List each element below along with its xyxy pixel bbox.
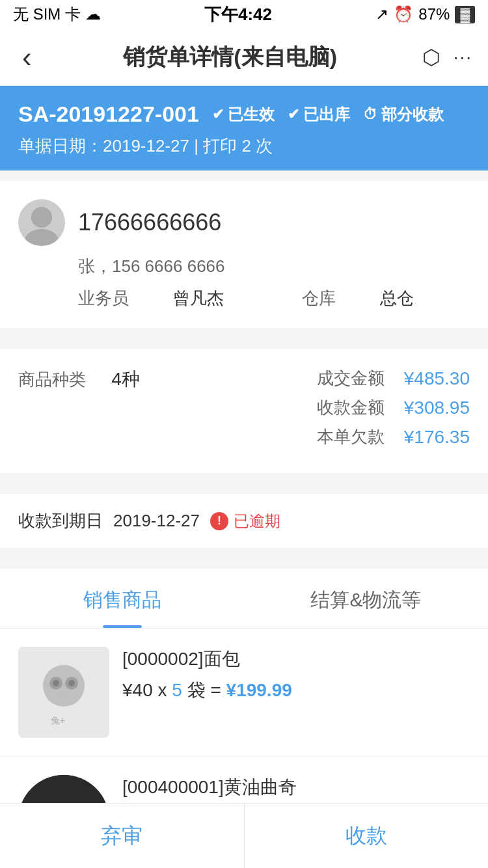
quantity-1: 5 bbox=[172, 680, 182, 700]
stats-left: 商品种类 4种 bbox=[18, 367, 140, 397]
svg-point-6 bbox=[53, 680, 59, 686]
product-name-2: [000400001]黄油曲奇 bbox=[122, 775, 470, 800]
avatar bbox=[18, 199, 65, 246]
divider-2 bbox=[0, 338, 488, 349]
total-1: ¥199.99 bbox=[226, 680, 292, 700]
amount-row: 成交金额 ¥485.30 bbox=[317, 367, 470, 390]
svg-point-0 bbox=[31, 207, 52, 228]
status-left: 无 SIM 卡 ☁ bbox=[13, 4, 101, 25]
stats-section: 商品种类 4种 成交金额 ¥485.30 收款金额 ¥308.95 本单欠款 ¥… bbox=[0, 349, 488, 473]
back-button[interactable]: ‹ bbox=[16, 34, 38, 80]
product-thumb-1: 兔+ bbox=[18, 647, 109, 738]
tabs-row: 销售商品 结算&物流等 bbox=[0, 569, 488, 629]
divider-3 bbox=[0, 483, 488, 494]
debt-value: ¥176.35 bbox=[404, 427, 470, 448]
collect-payment-button[interactable]: 收款 bbox=[245, 804, 489, 868]
received-row: 收款金额 ¥308.95 bbox=[317, 396, 470, 419]
svg-text:兔+: 兔+ bbox=[51, 715, 65, 726]
svg-point-1 bbox=[25, 229, 59, 246]
clock-icon: ⏱ bbox=[363, 106, 377, 123]
overdue-badge: ! 已逾期 bbox=[210, 511, 280, 532]
received-value: ¥308.95 bbox=[404, 398, 470, 418]
status-badge-shipped: ✔ 已出库 bbox=[288, 104, 350, 125]
multiply-1: x bbox=[158, 680, 172, 700]
unit-price-1: ¥40 bbox=[122, 680, 153, 700]
product-info-1: [0000002]面包 ¥40 x 5 袋 = ¥199.99 bbox=[122, 647, 470, 703]
status-badge-partial: ⏱ 部分收款 bbox=[363, 104, 444, 125]
check-icon-1: ✔ bbox=[212, 106, 224, 123]
svg-point-8 bbox=[52, 694, 75, 704]
due-date: 2019-12-27 bbox=[113, 511, 200, 531]
tabs-section: 销售商品 结算&物流等 bbox=[0, 569, 488, 629]
product-price-1: ¥40 x 5 袋 = ¥199.99 bbox=[122, 678, 470, 703]
order-header: SA-20191227-001 ✔ 已生效 ✔ 已出库 ⏱ 部分收款 单据日期：… bbox=[0, 86, 488, 170]
more-icon[interactable]: ··· bbox=[454, 47, 472, 68]
nav-actions: ⬡ ··· bbox=[422, 45, 472, 70]
sim-status: 无 SIM 卡 ☁ bbox=[13, 4, 101, 25]
owl-icon: 兔+ bbox=[18, 647, 109, 738]
tab-sales-products[interactable]: 销售商品 bbox=[0, 569, 244, 628]
status-bar: 无 SIM 卡 ☁ 下午4:42 ↗ ⏰ 87% ▓ bbox=[0, 0, 488, 29]
nav-bar: ‹ 销货单详情(来自电脑) ⬡ ··· bbox=[0, 29, 488, 86]
stats-right: 成交金额 ¥485.30 收款金额 ¥308.95 本单欠款 ¥176.35 bbox=[317, 367, 470, 455]
status-right: ↗ ⏰ 87% ▓ bbox=[375, 5, 475, 23]
debt-row: 本单欠款 ¥176.35 bbox=[317, 426, 470, 448]
battery-status: 87% bbox=[418, 5, 450, 23]
location-icon: ↗ bbox=[375, 5, 388, 23]
order-id: SA-20191227-001 bbox=[18, 102, 199, 127]
received-label: 收款金额 bbox=[317, 396, 385, 419]
equals-1: = bbox=[210, 680, 226, 700]
customer-row: 17666666666 bbox=[18, 199, 470, 246]
status-time: 下午4:42 bbox=[204, 3, 272, 26]
battery-icon: ▓ bbox=[455, 6, 475, 23]
order-id-row: SA-20191227-001 ✔ 已生效 ✔ 已出库 ⏱ 部分收款 bbox=[18, 102, 470, 127]
page-title: 销货单详情(来自电脑) bbox=[123, 42, 337, 72]
svg-point-7 bbox=[68, 680, 75, 686]
amount-value: ¥485.30 bbox=[404, 368, 470, 389]
customer-section: 17666666666 张，156 6666 6666 业务员 曾凡杰 仓库 总… bbox=[0, 181, 488, 328]
divider-4 bbox=[0, 558, 488, 569]
product-types-label: 商品种类 bbox=[18, 368, 96, 391]
table-row: 兔+ [0000002]面包 ¥40 x 5 袋 = ¥199.99 bbox=[0, 629, 488, 757]
separator: | bbox=[194, 136, 203, 156]
alarm-icon: ⏰ bbox=[394, 5, 413, 23]
warehouse-value: 总仓 bbox=[380, 287, 414, 310]
product-types-value: 4种 bbox=[111, 369, 140, 389]
order-date: 单据日期：2019-12-27 | 打印 2 次 bbox=[18, 135, 470, 157]
product-name-1: [0000002]面包 bbox=[122, 647, 470, 671]
share-icon[interactable]: ⬡ bbox=[422, 45, 441, 70]
customer-id: 17666666666 bbox=[78, 209, 221, 236]
overdue-text: 已逾期 bbox=[234, 511, 280, 532]
avatar-icon bbox=[18, 199, 65, 246]
warehouse-label: 仓库 bbox=[302, 287, 336, 310]
sales-value: 曾凡杰 bbox=[173, 287, 224, 310]
overdue-icon: ! bbox=[210, 512, 228, 530]
due-label: 收款到期日 bbox=[18, 509, 103, 532]
debt-label: 本单欠款 bbox=[317, 426, 385, 448]
divider-1 bbox=[0, 170, 488, 181]
unit-1: 袋 bbox=[187, 680, 206, 700]
bottom-bar: 弃审 收款 bbox=[0, 803, 488, 868]
tab-settlement[interactable]: 结算&物流等 bbox=[244, 569, 488, 628]
status-badge-effective: ✔ 已生效 bbox=[212, 104, 275, 125]
sales-label: 业务员 bbox=[78, 287, 129, 310]
check-icon-2: ✔ bbox=[288, 106, 299, 123]
cancel-review-button[interactable]: 弃审 bbox=[0, 804, 245, 868]
amount-label: 成交金额 bbox=[317, 367, 385, 390]
due-section: 收款到期日 2019-12-27 ! 已逾期 bbox=[0, 494, 488, 548]
product-types-row: 商品种类 4种 bbox=[18, 367, 140, 392]
customer-meta: 业务员 曾凡杰 仓库 总仓 bbox=[78, 287, 470, 310]
customer-sub: 张，156 6666 6666 bbox=[78, 255, 470, 278]
